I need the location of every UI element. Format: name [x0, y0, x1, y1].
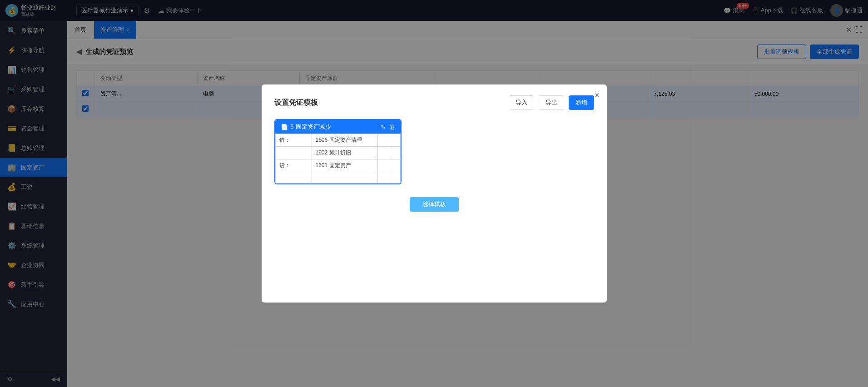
template-card-title: 5-固定资产减少 — [291, 123, 332, 131]
modal-header: 设置凭证模板 导入 导出 新增 — [274, 95, 594, 110]
template-row3-account: 1601 固定资产 — [312, 159, 377, 172]
export-button[interactable]: 导出 — [539, 95, 564, 110]
template-card: 📄 5-固定资产减少 ✎ 🗑 借： 1606 固定资产清理 — [274, 119, 402, 184]
template-row3-col4 — [389, 159, 400, 172]
template-row4-side — [275, 172, 312, 184]
modal-overlay: 设置凭证模板 导入 导出 新增 × 📄 5-固定资产减少 ✎ 🗑 — [0, 0, 868, 387]
template-area: 📄 5-固定资产减少 ✎ 🗑 借： 1606 固定资产清理 — [274, 119, 594, 184]
template-row: 借： 1606 固定资产清理 — [275, 134, 400, 147]
import-button[interactable]: 导入 — [509, 95, 534, 110]
template-row2-side — [275, 147, 312, 159]
select-template-button[interactable]: 选择模板 — [410, 197, 459, 212]
template-delete-icon[interactable]: 🗑 — [389, 124, 395, 130]
template-row4-account — [312, 172, 377, 184]
template-card-actions: ✎ 🗑 — [381, 124, 395, 130]
template-row1-col4 — [389, 134, 400, 147]
template-card-body: 借： 1606 固定资产清理 1602 累计折旧 — [275, 134, 401, 184]
template-row3-side: 贷： — [275, 159, 312, 172]
modal-set-template: 设置凭证模板 导入 导出 新增 × 📄 5-固定资产减少 ✎ 🗑 — [262, 84, 607, 303]
template-row4-col3 — [377, 172, 389, 184]
template-row — [275, 172, 400, 184]
template-row1-account: 1606 固定资产清理 — [312, 134, 377, 147]
modal-header-actions: 导入 导出 新增 — [509, 95, 594, 110]
select-btn-area: 选择模板 — [274, 197, 594, 212]
template-row2-col4 — [389, 147, 400, 159]
template-row2-account: 1602 累计折旧 — [312, 147, 377, 159]
modal-title: 设置凭证模板 — [274, 98, 318, 108]
new-template-button[interactable]: 新增 — [569, 95, 594, 110]
template-row1-col3 — [377, 134, 389, 147]
template-table: 借： 1606 固定资产清理 1602 累计折旧 — [275, 134, 401, 184]
template-row2-col3 — [377, 147, 389, 159]
template-row: 1602 累计折旧 — [275, 147, 400, 159]
modal-close-button[interactable]: × — [595, 91, 600, 100]
template-doc-icon: 📄 — [281, 124, 288, 130]
template-row: 贷： 1601 固定资产 — [275, 159, 400, 172]
template-row3-col3 — [377, 159, 389, 172]
template-card-header: 📄 5-固定资产减少 ✎ 🗑 — [275, 120, 401, 134]
template-card-header-left: 📄 5-固定资产减少 — [281, 123, 332, 131]
template-row1-side: 借： — [275, 134, 312, 147]
template-row4-col4 — [389, 172, 400, 184]
template-edit-icon[interactable]: ✎ — [381, 124, 386, 130]
